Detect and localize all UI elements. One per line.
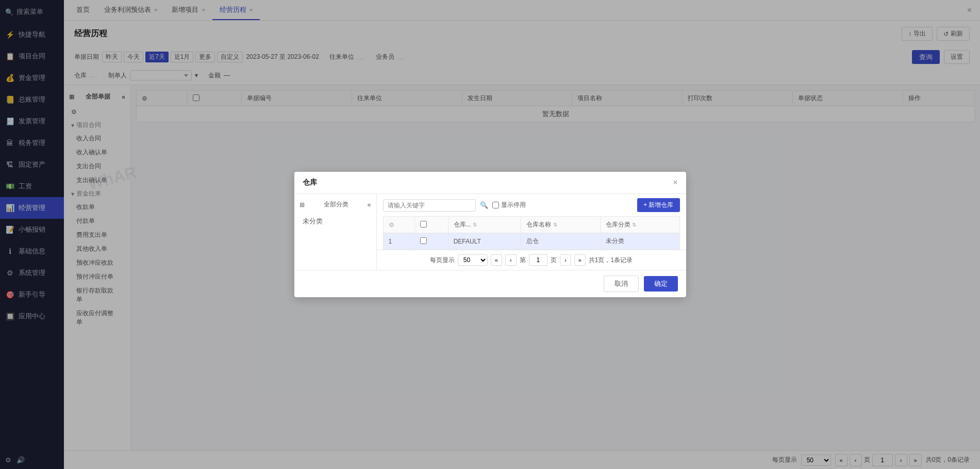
col-sort-code[interactable]: ⇅ [473,222,477,228]
modal-col-checkbox [414,217,448,233]
modal-close-button[interactable]: × [673,178,677,187]
show-disabled-label[interactable]: 显示停用 [492,201,526,209]
modal-toolbar: 🔍 显示停用 + 新增仓库 [377,194,686,216]
modal-right-panel: 🔍 显示停用 + 新增仓库 ⚙ [377,194,686,270]
modal-pagination: 每页显示 50 « ‹ 第 页 › » 共1页，1条记录 [377,250,686,270]
modal-last-page[interactable]: » [574,254,586,266]
col-sort-category[interactable]: ⇅ [632,222,636,228]
show-disabled-checkbox[interactable] [492,202,499,208]
modal-title: 仓库 [303,178,317,187]
modal-page-prefix: 第 [520,256,526,265]
modal-left-title: 全部分类 [324,200,348,209]
modal-row-checkbox [414,233,448,250]
modal-search-icon[interactable]: 🔍 [480,201,488,209]
modal-col-name: 仓库名称 ⇅ [521,217,601,233]
modal-col-code: 仓库... ⇅ [448,217,521,233]
show-disabled-text: 显示停用 [501,201,526,209]
modal-row-index: 1 [383,233,414,250]
modal-table: ⚙ 仓库... ⇅ 仓库名称 ⇅ 仓库分类 ⇅ [383,216,680,250]
modal-table-row[interactable]: 1 DEFAULT 总仓 未分类 [383,233,679,250]
modal-overlay[interactable]: 仓库 × ⊞ 全部分类 « 未分类 [0,0,980,469]
modal-header: 仓库 × [294,172,686,194]
modal-left-unclassified[interactable]: 未分类 [294,213,376,230]
gear-icon[interactable]: ⚙ [389,221,394,229]
modal-footer: 取消 确定 [294,270,686,297]
modal-row-code: DEFAULT [448,233,521,250]
modal-per-page-label: 每页显示 [430,256,455,265]
col-sort-name[interactable]: ⇅ [553,222,557,228]
modal-first-page[interactable]: « [491,254,502,266]
modal-next-page[interactable]: › [560,254,571,266]
modal-search-wrap: 🔍 显示停用 [383,199,526,212]
modal-confirm-button[interactable]: 确定 [644,276,678,292]
modal-cancel-button[interactable]: 取消 [604,276,639,292]
modal-page-suffix: 页 [551,256,557,265]
modal-left-grid-icon: ⊞ [300,201,305,208]
modal-left-panel: ⊞ 全部分类 « 未分类 [294,194,377,270]
modal-row-category: 未分类 [600,233,679,250]
add-warehouse-button[interactable]: + 新增仓库 [637,198,679,212]
modal-prev-page[interactable]: ‹ [505,254,517,266]
unclassified-label: 未分类 [303,217,323,225]
modal-row-name: 总仓 [521,233,601,250]
modal-table-wrap: ⚙ 仓库... ⇅ 仓库名称 ⇅ 仓库分类 ⇅ [377,216,686,250]
modal-col-gear: ⚙ [383,217,414,233]
modal-search-input[interactable] [383,199,476,212]
modal-left-header: ⊞ 全部分类 « [294,198,376,213]
modal-select-all[interactable] [420,221,427,228]
warehouse-modal: 仓库 × ⊞ 全部分类 « 未分类 [294,172,686,297]
modal-per-page-select[interactable]: 50 [458,254,488,266]
modal-col-category: 仓库分类 ⇅ [600,217,679,233]
modal-body: ⊞ 全部分类 « 未分类 🔍 显示停用 [294,194,686,270]
modal-total-text: 共1页，1条记录 [589,256,633,265]
modal-left-collapse-icon[interactable]: « [368,201,371,208]
modal-row-check[interactable] [420,237,427,244]
modal-page-input[interactable] [529,254,547,266]
